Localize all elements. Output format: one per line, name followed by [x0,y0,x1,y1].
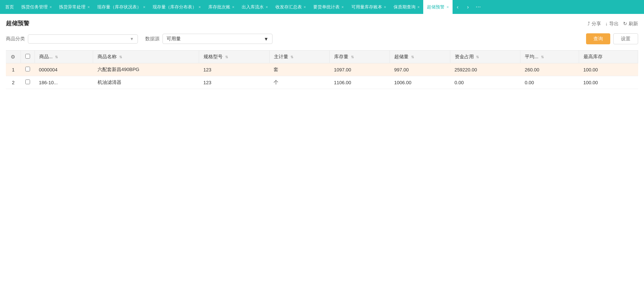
category-label: 商品分类 [6,36,25,42]
close-tab-avail[interactable]: × [384,5,386,9]
cell-max-stock: 100.00 [579,76,638,89]
sort-spec: ⇅ [225,55,228,59]
nav-next-arrow[interactable]: › [463,0,473,14]
sort-avg: ⇅ [541,55,544,59]
category-select[interactable]: ▼ [28,34,138,44]
nav-more-arrow[interactable]: ⋯ [473,0,483,14]
col-avg-label: 平均... [525,54,538,59]
category-filter: 商品分类 ▼ [6,34,138,44]
col-product-name[interactable]: 商品名称 ⇅ [93,51,199,63]
close-tab-quality[interactable]: × [417,5,420,9]
cell-product-code: 186-10... [34,76,93,89]
datasource-select[interactable]: 可用量 ▼ [162,34,272,44]
col-unit-label: 主计量 [274,54,288,59]
tab-inout[interactable]: 出入库流水 × [238,0,271,14]
cell-product-code: 0000004 [34,63,93,76]
tab-overstock[interactable]: 超储预警 × [423,0,452,14]
gear-icon[interactable]: ⚙ [11,54,15,60]
col-capital-label: 资金占用 [455,54,474,59]
tab-order-stat[interactable]: 要货单统计表 × [310,0,347,14]
sort-unit: ⇅ [290,55,293,59]
query-button[interactable]: 查询 [586,33,610,44]
col-overstock[interactable]: 超储量 ⇅ [390,51,450,63]
datasource-label: 数据源 [145,36,160,42]
cell-stock: 1106.00 [329,76,389,89]
sort-stock: ⇅ [351,55,354,59]
row-num: 2 [6,76,21,89]
col-product-name-label: 商品名称 [98,54,117,59]
sort-product-code: ⇅ [55,55,58,59]
tab-collect[interactable]: 收发存汇总表 × [272,0,310,14]
datasource-select-value: 可用量 [167,36,181,42]
col-unit[interactable]: 主计量 ⇅ [269,51,329,63]
col-overstock-label: 超储量 [394,54,409,59]
tab-home[interactable]: 首页 [1,0,18,14]
close-tab-order-stat[interactable]: × [341,5,344,9]
close-tab-batch[interactable]: × [232,5,234,9]
category-dropdown-arrow: ▼ [130,37,134,41]
cell-max-stock: 100.00 [579,63,638,76]
row-checkbox[interactable] [25,67,30,71]
col-spec-label: 规格型号 [204,54,223,59]
close-tab-stock-dist[interactable]: × [198,5,201,9]
sort-overstock: ⇅ [411,55,414,59]
datasource-filter: 数据源 可用量 ▼ [145,34,272,44]
header-actions: ⤴ 分享 ↓ 导出 ↻ 刷新 [588,21,638,27]
col-avg[interactable]: 平均... ⇅ [520,51,579,63]
col-max-stock: 最高库存 [579,51,638,63]
sort-capital: ⇅ [476,55,479,59]
cell-overstock: 1006.00 [390,76,450,89]
row-checkbox-cell [21,76,34,89]
close-tab-collect[interactable]: × [304,5,306,9]
close-tab-abnormal[interactable]: × [87,5,89,9]
col-settings: ⚙ [6,51,21,63]
cell-avg: 0.00 [520,76,579,89]
top-navigation: 首页 拣货任务管理 × 拣货异常处理 × 现存量（库存状况表） × 现存量（库存… [0,0,644,14]
tab-stock-dist[interactable]: 现存量（库存分布表） × [149,0,204,14]
cell-overstock: 997.00 [390,63,450,76]
refresh-button[interactable]: ↻ 刷新 [623,21,638,27]
tab-stock-status[interactable]: 现存量（库存状况表） × [94,0,149,14]
close-tab-inout[interactable]: × [266,5,268,9]
cell-unit: 套 [269,63,329,76]
col-product-code[interactable]: 商品... ⇅ [34,51,93,63]
cell-avg: 260.00 [520,63,579,76]
close-tab-stock-status[interactable]: × [143,5,145,9]
col-product-code-label: 商品... [39,54,53,59]
tab-task[interactable]: 拣货任务管理 × [18,0,55,14]
tab-avail[interactable]: 可用量库存账本 × [348,0,390,14]
page-content: 超储预警 ⤴ 分享 ↓ 导出 ↻ 刷新 商品分类 ▼ 数据源 [0,14,644,293]
sort-product-name: ⇅ [119,55,122,59]
cell-product-name: 机油滤清器 [93,76,199,89]
export-icon: ↓ [605,21,608,26]
tab-abnormal[interactable]: 拣货异常处理 × [55,0,93,14]
share-button[interactable]: ⤴ 分享 [588,21,601,27]
col-checkbox [21,51,34,63]
cell-spec: 123 [199,76,270,89]
export-button[interactable]: ↓ 导出 [605,21,619,27]
table-header-row: ⚙ 商品... ⇅ 商品名称 ⇅ 规格型号 ⇅ 主计量 [6,51,638,63]
row-num: 1 [6,63,21,76]
col-spec[interactable]: 规格型号 ⇅ [199,51,270,63]
cell-product-name: 六配套新昌490BPG [93,63,199,76]
col-stock-label: 库存量 [334,54,348,59]
cell-stock: 1097.00 [329,63,389,76]
data-table: ⚙ 商品... ⇅ 商品名称 ⇅ 规格型号 ⇅ 主计量 [6,50,638,89]
col-capital[interactable]: 资金占用 ⇅ [450,51,520,63]
table-row: 2 186-10... 机油滤清器 123 个 1106.00 1006.00 … [6,76,638,89]
tab-batch[interactable]: 库存批次账 × [205,0,238,14]
cell-capital: 0.00 [450,76,520,89]
row-checkbox[interactable] [25,79,30,84]
select-all-checkbox[interactable] [25,54,30,59]
col-stock[interactable]: 库存量 ⇅ [329,51,389,63]
cell-unit: 个 [269,76,329,89]
datasource-dropdown-arrow: ▼ [264,36,268,42]
share-icon: ⤴ [588,21,590,26]
close-tab-overstock[interactable]: × [446,5,449,9]
close-tab-task[interactable]: × [50,5,52,9]
tab-quality[interactable]: 保质期查询 × [390,0,423,14]
settings-button[interactable]: 设置 [613,33,638,44]
page-header: 超储预警 ⤴ 分享 ↓ 导出 ↻ 刷新 [6,20,638,27]
cell-capital: 259220.00 [450,63,520,76]
nav-prev-arrow[interactable]: ‹ [453,0,463,14]
